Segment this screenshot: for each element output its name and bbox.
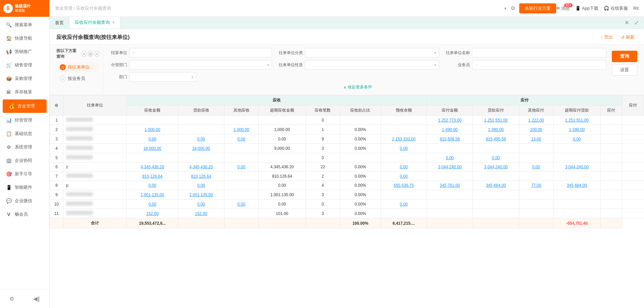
sidebar-item-hardware[interactable]: 📱 智能硬件 bbox=[0, 181, 49, 194]
sidebar-item-member[interactable]: V 畅会员 bbox=[0, 208, 49, 221]
sidebar-item-enterprise[interactable]: 🏢 企业协同 bbox=[0, 154, 49, 167]
row-prepay[interactable]: 655,636.75 bbox=[381, 181, 427, 190]
row-loan-ap[interactable]: 1,251,551.00 bbox=[473, 116, 519, 125]
query-type-by-partner[interactable]: ⊙ 按往来单位 bbox=[56, 62, 100, 72]
window-close-icon[interactable]: ✕ bbox=[623, 18, 630, 27]
row-loan-ap[interactable]: 915,495.56 bbox=[473, 134, 519, 144]
sidebar-collapse-btn[interactable]: ◀‖ bbox=[31, 293, 43, 305]
sidebar-item-guide[interactable]: 🎯 新手引导 bbox=[0, 167, 49, 181]
settlement-input[interactable]: ··· bbox=[129, 48, 272, 57]
partner-name-input[interactable] bbox=[472, 48, 606, 57]
sidebar-settings-btn[interactable]: ⚙ bbox=[7, 293, 17, 305]
row-other-ap[interactable]: 1,222.00 bbox=[519, 116, 553, 125]
filter-target-btn[interactable]: ◎ bbox=[88, 51, 93, 57]
row-overdue-ap[interactable]: 0.00 bbox=[553, 134, 600, 144]
row-loan-ar[interactable]: 810,126.64 bbox=[178, 172, 224, 181]
row-prepay[interactable]: 0.00 bbox=[381, 200, 427, 209]
row-overdue-ap[interactable]: 3,044,240.00 bbox=[553, 163, 600, 172]
row-other-ar[interactable]: 0.00 bbox=[224, 200, 259, 209]
sidebar-item-quick-nav[interactable]: 🏠 快捷导航 bbox=[0, 32, 49, 45]
row-loan-ar[interactable]: 1,001,135.00 bbox=[178, 190, 224, 200]
row-ap-amount[interactable]: 1,252,773.00 bbox=[427, 116, 473, 125]
window-expand-icon[interactable]: ⤢ bbox=[633, 18, 640, 27]
export-button[interactable]: ↑ 导出 bbox=[598, 33, 616, 42]
row-prepay[interactable]: 0.00 bbox=[381, 163, 427, 172]
sidebar-item-purchase[interactable]: 📦 采购管理 bbox=[0, 72, 49, 85]
tab-close-icon[interactable]: × bbox=[112, 20, 115, 25]
row-loan-ap[interactable]: 345,684.00 bbox=[473, 181, 519, 190]
row-loan-ar[interactable]: 152.00 bbox=[178, 209, 224, 218]
tab-ar-ap[interactable]: 应收应付余额查询 × bbox=[69, 17, 120, 29]
row-loan-ar[interactable]: 0.00 bbox=[178, 134, 224, 144]
row-ap-amount[interactable]: 1,490.00 bbox=[427, 125, 473, 134]
row-ar-amount[interactable]: 152.00 bbox=[127, 209, 178, 218]
sidebar-item-search-menu[interactable]: 🔍 搜索菜单 bbox=[0, 18, 49, 32]
setting-button[interactable]: 设置 bbox=[612, 64, 637, 76]
filter-collapse-left-btn[interactable]: « bbox=[95, 51, 100, 57]
row-other-ar[interactable]: 0.00 bbox=[224, 163, 259, 172]
row-overdue-ar: 0.00 bbox=[259, 200, 306, 209]
header-gear-icon[interactable]: ⚙ bbox=[511, 5, 515, 11]
partner-nature-select[interactable]: ▾ bbox=[305, 60, 439, 70]
sidebar-item-basic[interactable]: 📋 基础信息 bbox=[0, 127, 49, 140]
row-ap-amount[interactable]: 0.00 bbox=[427, 153, 473, 163]
sidebar-item-inventory[interactable]: 🏛 库存核算 bbox=[0, 85, 49, 99]
query-button[interactable]: 查询 bbox=[612, 51, 637, 62]
solution-button[interactable]: 体验行业方案 bbox=[519, 3, 556, 13]
dept-select[interactable]: ▾ bbox=[129, 72, 196, 82]
sidebar-item-capital[interactable]: 💰 资金管理 bbox=[3, 99, 47, 113]
app-download-button[interactable]: 📱 App下载 bbox=[575, 5, 598, 11]
message-button[interactable]: ✉ 消息 99+ bbox=[556, 5, 570, 11]
row-ar-amount[interactable]: 0.00 bbox=[127, 181, 178, 190]
row-loan-ar[interactable]: 0.00 bbox=[178, 181, 224, 190]
footer-ar-amount[interactable]: 19,553,472,6... bbox=[127, 218, 178, 228]
dept-mgr-select[interactable]: ▾ bbox=[129, 60, 272, 70]
breadcrumb-chevron-icon[interactable]: ▾ bbox=[504, 6, 506, 11]
row-ar-amount[interactable]: 4,345,436.20 bbox=[127, 163, 178, 172]
user-avatar[interactable]: Rit bbox=[633, 6, 639, 11]
service-button[interactable]: 🎧 在线客服 bbox=[604, 5, 628, 11]
row-overdue-ap[interactable]: 1,390.00 bbox=[553, 125, 600, 134]
row-loan-ap[interactable]: 3,044,240.00 bbox=[473, 163, 519, 172]
collapse-filter-btn[interactable]: ∧ 收起更多条件 bbox=[109, 83, 606, 91]
row-prepay[interactable]: 0.00 bbox=[381, 144, 427, 153]
row-ar-amount[interactable]: 0.00 bbox=[127, 134, 178, 144]
row-ar-amount[interactable]: 1,000.00 bbox=[127, 125, 178, 134]
row-ar-ratio bbox=[340, 116, 381, 125]
row-other-ap[interactable]: 13.00 bbox=[519, 134, 553, 144]
query-type-by-salesman[interactable]: ○ 按业务员 bbox=[56, 74, 100, 84]
row-other-ap[interactable]: 77.00 bbox=[519, 181, 553, 190]
row-ar-amount[interactable]: 1,001,135.00 bbox=[127, 190, 178, 200]
salesman-input[interactable]: ··· bbox=[472, 60, 606, 70]
row-loan-ar[interactable]: 18,000.00 bbox=[178, 144, 224, 153]
table-settings-icon[interactable]: ⚙ bbox=[55, 103, 58, 108]
row-prepay[interactable]: 2,153,333.00 bbox=[381, 134, 427, 144]
row-other-ap[interactable]: 100.00 bbox=[519, 125, 553, 134]
row-ar-amount[interactable]: 0.00 bbox=[127, 200, 178, 209]
row-loan-ap[interactable]: 1,390.00 bbox=[473, 125, 519, 134]
sidebar-item-system[interactable]: ⚙ 系统管理 bbox=[0, 140, 49, 154]
sidebar-item-marketing[interactable]: 📢 营销推广 bbox=[0, 45, 49, 58]
row-prepay[interactable]: 0.00 bbox=[381, 172, 427, 181]
sidebar-item-wechat[interactable]: 💬 企业微信 bbox=[0, 194, 49, 208]
sidebar-item-sales[interactable]: 🛒 销售管理 bbox=[0, 58, 49, 72]
tab-home[interactable]: 首页 bbox=[50, 17, 69, 29]
row-loan-ar[interactable]: 0.00 bbox=[178, 200, 224, 209]
add-filter-btn[interactable]: + bbox=[82, 51, 87, 57]
row-ar-amount[interactable]: 810,126.64 bbox=[127, 172, 178, 181]
refresh-button[interactable]: ↺ 刷新 bbox=[618, 33, 637, 42]
category-select[interactable]: ▾ bbox=[305, 48, 439, 57]
row-loan-ap[interactable]: 0.00 bbox=[473, 153, 519, 163]
row-loan-ar[interactable]: 4,345,436.20 bbox=[178, 163, 224, 172]
row-other-ap[interactable]: 0.00 bbox=[519, 163, 553, 172]
row-ap-amount[interactable]: 915,508.56 bbox=[427, 134, 473, 144]
footer-prepay[interactable]: 6,417,215.... bbox=[381, 218, 427, 228]
row-overdue-ap[interactable]: 1,251,551.00 bbox=[553, 116, 600, 125]
row-other-ar[interactable]: 0.00 bbox=[224, 134, 259, 144]
row-overdue-ap[interactable]: 345,684.00 bbox=[553, 181, 600, 190]
sidebar-item-operation[interactable]: 📊 经营管理 bbox=[0, 114, 49, 127]
row-ap-amount[interactable]: 3,044,240.00 bbox=[427, 163, 473, 172]
row-other-ar[interactable]: 1,000.00 bbox=[224, 125, 259, 134]
row-ar-amount[interactable]: 18,000.00 bbox=[127, 144, 178, 153]
row-ap-amount[interactable]: 345,761.00 bbox=[427, 181, 473, 190]
